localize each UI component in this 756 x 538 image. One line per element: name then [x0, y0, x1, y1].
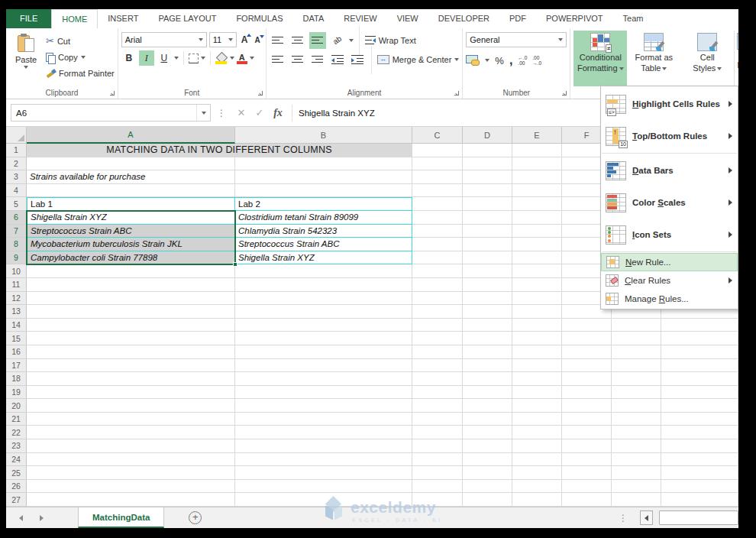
cell-D15[interactable]	[463, 332, 512, 345]
cell-C24[interactable]	[412, 453, 463, 467]
cell-G19[interactable]	[612, 386, 661, 400]
cell-D20[interactable]	[463, 399, 512, 413]
cell-D26[interactable]	[463, 480, 512, 494]
cell-A27[interactable]	[27, 493, 235, 507]
row-header-22[interactable]: 22	[6, 426, 27, 439]
cut-button[interactable]: ✂Cut	[46, 34, 115, 48]
cell-F27[interactable]	[562, 493, 612, 507]
row-header-14[interactable]: 14	[6, 319, 27, 332]
cell-B13[interactable]	[235, 305, 412, 319]
cell-D24[interactable]	[463, 453, 512, 467]
cell-E11[interactable]	[512, 278, 562, 292]
row-header-13[interactable]: 13	[6, 305, 27, 319]
cell-H19[interactable]	[661, 386, 738, 400]
menu-item-clear-rules[interactable]: Clear Rules	[601, 271, 738, 290]
align-left-button[interactable]	[270, 51, 286, 68]
cell-G24[interactable]	[612, 453, 661, 467]
name-box-dropdown[interactable]	[196, 105, 210, 121]
cell-F25[interactable]	[562, 466, 612, 480]
cell-E15[interactable]	[512, 332, 562, 345]
cell-D5[interactable]	[463, 197, 512, 211]
cell-D12[interactable]	[463, 292, 512, 306]
ribbon-tab-data[interactable]: DATA	[293, 9, 334, 28]
cell-C22[interactable]	[412, 426, 463, 439]
cell-C18[interactable]	[412, 372, 463, 386]
cell-E25[interactable]	[512, 466, 562, 480]
cell-A7[interactable]: Streptococcus Strain ABC	[27, 225, 235, 238]
cell-G16[interactable]	[612, 345, 661, 359]
cell-B18[interactable]	[235, 372, 412, 386]
menu-item-icon-sets[interactable]: Icon Sets	[601, 219, 738, 251]
sheet-nav-left-icon[interactable]	[19, 515, 23, 521]
menu-item-highlight-cells-rules[interactable]: ≤>Highlight Cells Rules	[601, 88, 738, 120]
row-header-12[interactable]: 12	[6, 292, 27, 306]
align-right-button[interactable]	[309, 51, 326, 68]
cell-B10[interactable]	[235, 264, 412, 278]
font-name-combobox[interactable]: Arial	[121, 32, 207, 47]
cell-D1[interactable]	[463, 144, 512, 157]
cell-C8[interactable]	[412, 238, 463, 251]
cell-A16[interactable]	[27, 345, 235, 359]
cell-A10[interactable]	[27, 264, 235, 278]
cell-D10[interactable]	[463, 264, 512, 278]
cell-B7[interactable]: Chlamydia Strain 542323	[235, 225, 412, 238]
cell-D11[interactable]	[463, 278, 512, 292]
cell-C21[interactable]	[412, 413, 463, 426]
ribbon-tab-powerpivot[interactable]: POWERPIVOT	[536, 9, 613, 28]
clipboard-dialog-launcher[interactable]	[109, 90, 115, 96]
cell-E16[interactable]	[512, 345, 562, 359]
cell-A17[interactable]	[27, 359, 235, 373]
enter-button[interactable]: ✓	[250, 107, 269, 118]
cell-G15[interactable]	[612, 332, 661, 345]
cell-D13[interactable]	[463, 305, 512, 319]
cell-C13[interactable]	[412, 305, 463, 319]
row-header-24[interactable]: 24	[6, 453, 27, 467]
row-header-8[interactable]: 8	[6, 238, 27, 251]
cell-B16[interactable]	[235, 345, 412, 359]
tab-bar-handle[interactable]: ⋮	[619, 513, 628, 523]
cell-E4[interactable]	[512, 184, 562, 198]
new-sheet-button[interactable]: +	[189, 511, 202, 524]
cell-A15[interactable]	[27, 332, 235, 345]
font-size-combobox[interactable]: 11	[209, 32, 237, 47]
row-header-21[interactable]: 21	[6, 413, 27, 426]
format-as-table-button[interactable]: Format as Table	[627, 31, 680, 86]
cell-C26[interactable]	[412, 480, 463, 494]
column-header-a[interactable]: A	[27, 127, 235, 144]
orientation-button[interactable]: ab	[329, 32, 346, 49]
cell-F21[interactable]	[562, 413, 612, 426]
increase-decimal-button[interactable]: ←.0 .00	[518, 55, 527, 66]
copy-button[interactable]: Copy	[46, 50, 115, 64]
borders-button[interactable]	[189, 53, 199, 63]
row-header-6[interactable]: 6	[6, 211, 27, 225]
cell-E13[interactable]	[512, 305, 562, 319]
row-header-20[interactable]: 20	[6, 399, 27, 413]
cell-B4[interactable]	[235, 184, 412, 198]
cell-A25[interactable]	[27, 466, 235, 480]
cell-F26[interactable]	[562, 480, 612, 494]
hscroll-left-button[interactable]	[640, 510, 653, 525]
cell-H18[interactable]	[661, 372, 738, 386]
column-header-e[interactable]: E	[512, 127, 562, 144]
cell-A5[interactable]: Lab 1	[27, 197, 235, 211]
cell-D25[interactable]	[463, 466, 512, 480]
cell-F15[interactable]	[562, 332, 612, 345]
cell-D9[interactable]	[463, 251, 512, 265]
cell-C9[interactable]	[412, 251, 463, 265]
row-header-4[interactable]: 4	[6, 184, 27, 198]
cell-G22[interactable]	[612, 426, 661, 439]
align-bottom-button[interactable]	[309, 32, 326, 49]
align-top-button[interactable]	[270, 32, 286, 49]
cell-F24[interactable]	[562, 453, 612, 467]
cell-D3[interactable]	[463, 170, 512, 184]
cell-styles-button[interactable]: Cell Styles	[680, 31, 734, 86]
cell-D2[interactable]	[463, 157, 512, 171]
align-middle-button[interactable]	[289, 32, 306, 49]
cell-F22[interactable]	[562, 426, 612, 439]
row-header-5[interactable]: 5	[6, 197, 27, 211]
row-header-26[interactable]: 26	[6, 480, 27, 494]
cell-G26[interactable]	[612, 480, 661, 494]
cell-A9[interactable]: Campylobacter coli Strain 77898	[27, 251, 235, 265]
cell-H22[interactable]	[661, 426, 738, 439]
cell-F20[interactable]	[562, 399, 612, 413]
